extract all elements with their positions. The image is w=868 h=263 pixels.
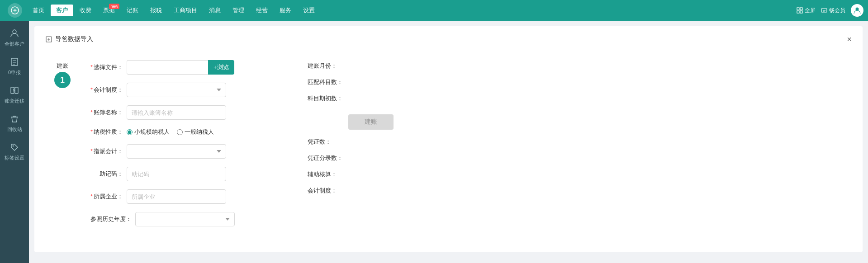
nav-service[interactable]: 服务 [274, 5, 297, 16]
match-subjects-label: 匹配科目数： [308, 78, 343, 86]
browse-button[interactable]: +浏览 [208, 60, 234, 75]
file-input[interactable] [127, 60, 208, 75]
ledger-name-input[interactable] [127, 105, 226, 120]
step-badge: 1 [54, 72, 71, 88]
ref-history-year-select[interactable] [135, 212, 235, 226]
build-label: 建账 [57, 62, 68, 70]
assign-accountant-row: 指派会计： [90, 144, 271, 159]
nav-message[interactable]: 消息 [204, 5, 226, 16]
sidebar-item-migrate[interactable]: 账套迁移 [0, 81, 29, 108]
accounting-system-select[interactable] [127, 83, 226, 97]
nav-settings[interactable]: 设置 [298, 5, 320, 16]
panel-title: 导爸数据导入 [45, 35, 93, 43]
file-input-group: +浏览 [127, 60, 234, 75]
tax-nature-label: 纳税性质： [90, 128, 123, 136]
accounting-system-label: 会计制度： [90, 86, 123, 94]
tax-general-radio[interactable] [177, 129, 183, 135]
build-account-button[interactable]: 建账 [348, 114, 394, 130]
avatar[interactable] [851, 4, 863, 17]
aux-accounting-label: 辅助核算： [308, 170, 337, 178]
match-subjects-row: 匹配科目数： [308, 78, 434, 86]
tax-general-label[interactable]: 一般纳税人 [177, 128, 214, 136]
import-icon [45, 36, 52, 43]
belong-company-label: 所属企业： [90, 193, 123, 201]
svg-rect-8 [11, 58, 18, 66]
belong-company-row: 所属企业： [90, 189, 271, 204]
nav-manage[interactable]: 管理 [227, 5, 250, 16]
memo-code-input[interactable] [127, 167, 226, 181]
sidebar-item-trash[interactable]: 回收站 [0, 110, 29, 136]
nav-fees[interactable]: 收费 [74, 5, 97, 16]
trash-icon [9, 113, 20, 124]
nav-items: 首页 客户 收费 票据 new 记账 报税 工商项目 消息 管理 经营 服务 设… [27, 5, 797, 16]
ref-history-year-row: 参照历史年度： [90, 212, 271, 226]
svg-point-7 [13, 30, 16, 33]
form-body: 建账 1 选择文件： +浏览 [45, 60, 852, 226]
panel: 导爸数据导入 × 建账 1 选择文件： [34, 26, 863, 252]
ref-history-year-label: 参照历史年度： [90, 215, 132, 223]
ledger-name-label: 账簿名称： [90, 108, 123, 117]
close-button[interactable]: × [847, 35, 852, 43]
sidebar-item-tag[interactable]: 标签设置 [0, 138, 29, 165]
build-month-row: 建账月份： [308, 62, 434, 70]
voucher-entries-row: 凭证分录数： [308, 154, 434, 162]
report-icon [9, 56, 20, 67]
layout: 全部客户 0申报 账套迁移 [0, 21, 868, 263]
tax-small-radio[interactable] [127, 129, 133, 135]
sidebar: 全部客户 0申报 账套迁移 [0, 21, 29, 263]
build-month-label: 建账月份： [308, 62, 337, 70]
tax-small-label[interactable]: 小规模纳税人 [127, 128, 170, 136]
nav-bookkeeping[interactable]: 记账 [121, 5, 144, 16]
migrate-icon [9, 85, 20, 96]
main-content: 导爸数据导入 × 建账 1 选择文件： [29, 21, 868, 263]
nav-business[interactable]: 工商项目 [168, 5, 203, 16]
new-badge: new [109, 4, 119, 9]
top-nav: 首页 客户 收费 票据 new 记账 报税 工商项目 消息 管理 经营 服务 设… [0, 0, 868, 21]
logo[interactable] [5, 0, 25, 21]
fullscreen-btn[interactable]: 全屏 [797, 7, 816, 14]
sidebar-item-zero-report[interactable]: 0申报 [0, 53, 29, 80]
belong-company-input[interactable] [127, 189, 226, 204]
assign-accountant-select[interactable] [127, 144, 226, 159]
assign-accountant-label: 指派会计： [90, 147, 123, 155]
voucher-entries-label: 凭证分录数： [308, 154, 343, 162]
nav-tax[interactable]: 报税 [145, 5, 167, 16]
voucher-count-label: 凭证数： [308, 138, 331, 146]
tax-nature-group: 小规模纳税人 一般纳税人 [127, 128, 214, 136]
memo-code-row: 助记码： [90, 167, 271, 181]
svg-rect-3 [797, 11, 799, 13]
svg-rect-4 [800, 11, 802, 13]
form-left: 选择文件： +浏览 会计制度： [90, 60, 271, 226]
svg-point-11 [13, 146, 14, 147]
voucher-count-row: 凭证数： [308, 138, 434, 146]
nav-home[interactable]: 首页 [27, 5, 50, 16]
nav-right: 全屏 畅会员 [797, 4, 863, 17]
nav-operation[interactable]: 经营 [251, 5, 273, 16]
form-right: 建账月份： 匹配科目数： 科目期初数： 建账 凭证 [308, 60, 434, 226]
right-accounting-system-row: 会计制度： [308, 187, 434, 195]
tax-nature-row: 纳税性质： 小规模纳税人 一般纳税人 [90, 128, 271, 136]
user-icon [9, 28, 20, 39]
subject-initial-row: 科目期初数： [308, 94, 434, 103]
ledger-name-row: 账簿名称： [90, 105, 271, 120]
nav-invoice[interactable]: 票据 new [98, 5, 120, 16]
svg-rect-10 [15, 87, 18, 94]
svg-rect-1 [797, 8, 799, 10]
svg-rect-2 [800, 8, 802, 10]
tag-icon [9, 142, 20, 153]
select-file-row: 选择文件： +浏览 [90, 60, 271, 75]
memo-code-label: 助记码： [90, 170, 123, 178]
panel-header: 导爸数据导入 × [45, 35, 852, 49]
aux-accounting-row: 辅助核算： [308, 170, 434, 178]
right-accounting-system-label: 会计制度： [308, 187, 337, 195]
sidebar-item-all-customers[interactable]: 全部客户 [0, 24, 29, 51]
svg-rect-9 [11, 87, 14, 94]
select-file-label: 选择文件： [90, 63, 123, 71]
member-btn[interactable]: 畅会员 [821, 7, 845, 14]
subject-initial-label: 科目期初数： [308, 94, 343, 103]
accounting-system-row: 会计制度： [90, 83, 271, 97]
nav-customer[interactable]: 客户 [51, 5, 73, 16]
